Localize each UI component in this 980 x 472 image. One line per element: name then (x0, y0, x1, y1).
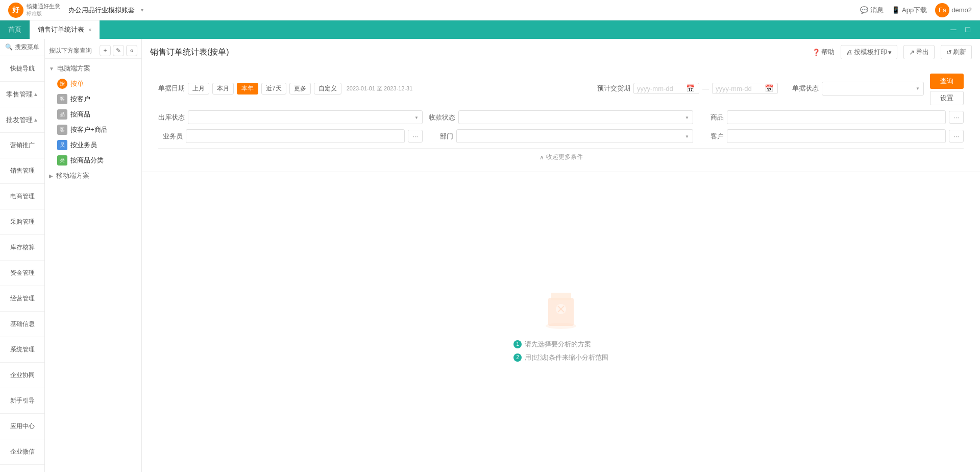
sidebar-item-inventory[interactable]: 库存核算 (0, 235, 44, 261)
cal-from-icon[interactable]: 📅 (686, 84, 695, 92)
date-range-text: 2023-01-01 至 2023-12-31 (347, 85, 413, 92)
date-btn-more[interactable]: 更多 (289, 83, 311, 95)
refresh-icon: ↺ (946, 49, 952, 56)
maximize-tab-btn[interactable]: □ (962, 23, 974, 36)
out-status-select[interactable] (188, 110, 423, 124)
empty-icon (535, 282, 586, 334)
sidebar-item-shortcut[interactable]: 快捷导航 (0, 56, 44, 82)
out-status-label: 出库状态 (158, 113, 185, 122)
tree-item-by-customer[interactable]: 客 按客户 (53, 91, 141, 107)
top-bar-right: 💬 消息 📱 App下载 Ea demo2 (860, 3, 972, 17)
sidebar-item-system[interactable]: 系统管理 (0, 337, 44, 363)
receipt-status-select[interactable] (458, 110, 693, 124)
cal-to-icon[interactable]: 📅 (765, 84, 773, 92)
filter-area: 单据日期 上月 本月 本年 近7天 更多 自定义 2023-01-01 至 20… (150, 65, 972, 172)
tree-item-by-goods[interactable]: 品 按商品 (53, 107, 141, 122)
app-download-btn[interactable]: 📱 App下载 (892, 6, 927, 15)
search-menu-item[interactable]: 🔍 搜索菜单 (0, 39, 44, 56)
sidebar-item-retail[interactable]: 零售管理 ▲ (0, 82, 44, 107)
tree-pc-items: 按 按单 客 按客户 品 按商品 客 按客户+商品 员 按业务员 类 按商品分类 (45, 76, 141, 168)
sidebar-item-finance[interactable]: 资金管理 (0, 261, 44, 286)
by-category-icon: 类 (57, 155, 67, 166)
date-btn-this-month[interactable]: 本月 (212, 83, 234, 95)
tree-expand-icon: ▼ (49, 66, 54, 72)
sidebar-item-member[interactable]: 畅会员 (0, 465, 44, 472)
tab-close-icon[interactable]: × (88, 27, 91, 33)
panel-collapse-btn[interactable]: « (126, 45, 137, 56)
salesperson-input[interactable] (186, 129, 405, 143)
nav-tabs: 首页 销售订单统计表 × ─ □ (0, 20, 980, 39)
salesperson-label: 业务员 (158, 132, 183, 141)
tree-item-by-salesperson[interactable]: 员 按业务员 (53, 137, 141, 153)
sidebar-item-operations[interactable]: 经营管理 (0, 286, 44, 312)
content-area: 销售订单统计表(按单) ❓ 帮助 🖨 按模板打印 ▾ ↗ 导出 (142, 39, 980, 472)
app-title-dropdown[interactable]: ▾ (141, 7, 143, 13)
dept-select[interactable] (456, 129, 693, 143)
refresh-btn[interactable]: ↺ 刷新 (941, 45, 972, 59)
sidebar: 🔍 搜索菜单 快捷导航 零售管理 ▲ 批发管理 ▲ 营销推广 销售管理 电商管理… (0, 39, 45, 472)
date-btn-last7days[interactable]: 近7天 (261, 83, 286, 95)
status-select[interactable] (822, 82, 924, 96)
query-btn[interactable]: 查询 (930, 74, 964, 89)
svg-rect-2 (551, 293, 571, 300)
empty-tip-1: 1 请先选择要分析的方案 (513, 340, 608, 349)
status-filter-cell: 单据状态 (792, 82, 924, 96)
receipt-status-cell: 收款状态 (429, 110, 693, 124)
goods-input[interactable] (727, 110, 946, 124)
template-print-btn[interactable]: 🖨 按模板打印 ▾ (841, 45, 897, 59)
salesperson-more-btn[interactable]: ··· (408, 130, 423, 143)
panel-add-btn[interactable]: + (100, 45, 111, 56)
settings-btn[interactable]: 设置 (930, 91, 964, 105)
collapse-bar[interactable]: ∧ 收起更多条件 (158, 148, 964, 166)
filter-row-3: 业务员 ··· 部门 客户 ··· (158, 129, 964, 143)
export-btn[interactable]: ↗ 导出 (903, 45, 935, 59)
user-profile-btn[interactable]: Ea demo2 (935, 3, 972, 17)
date-filter-label: 单据日期 (158, 84, 185, 93)
out-status-select-wrap (188, 110, 423, 124)
expected-date-to: 📅 (712, 83, 778, 94)
sidebar-item-ecommerce[interactable]: 电商管理 (0, 184, 44, 209)
tree-item-by-customer-goods[interactable]: 客 按客户+商品 (53, 122, 141, 137)
nav-tab-actions: ─ □ (941, 23, 980, 36)
date-btn-custom[interactable]: 自定义 (314, 83, 341, 95)
customer-more-btn[interactable]: ··· (949, 130, 964, 143)
tree-item-by-category[interactable]: 类 按商品分类 (53, 153, 141, 168)
expected-date-cell: 预计交货期 📅 — 📅 (597, 83, 778, 94)
sidebar-item-wholesale[interactable]: 批发管理 ▲ (0, 107, 44, 133)
receipt-status-label: 收款状态 (429, 113, 455, 122)
wholesale-arrow-icon: ▲ (33, 117, 38, 123)
tree-group-pc[interactable]: ▼ 电脑端方案 (45, 61, 141, 76)
empty-tips: 1 请先选择要分析的方案 2 用[过滤]条件来缩小分析范围 (513, 340, 608, 362)
avatar: Ea (935, 3, 949, 17)
expected-date-from: 📅 (633, 83, 699, 94)
help-btn[interactable]: ❓ 帮助 (812, 48, 835, 57)
status-select-wrapper (822, 82, 924, 96)
date-btn-this-year[interactable]: 本年 (237, 83, 258, 95)
logo-sub: 标准版 (27, 10, 60, 17)
by-salesperson-icon: 员 (57, 140, 67, 150)
panel-toolbar: 按以下方案查询 + ✎ « (45, 43, 141, 59)
sidebar-item-enterprise[interactable]: 企业协同 (0, 363, 44, 388)
tab-sales-order-stat[interactable]: 销售订单统计表 × (30, 20, 100, 39)
dept-label: 部门 (429, 132, 453, 141)
minimize-tab-btn[interactable]: ─ (947, 23, 960, 36)
expected-date-from-input[interactable] (637, 85, 683, 92)
customer-label: 客户 (699, 132, 724, 141)
date-btn-last-month[interactable]: 上月 (188, 83, 209, 95)
tree-group-mobile[interactable]: ▶ 移动端方案 (45, 168, 141, 183)
sidebar-item-app-center[interactable]: 应用中心 (0, 414, 44, 439)
sidebar-item-new-guide[interactable]: 新手引导 (0, 388, 44, 414)
tip-num-2: 2 (513, 353, 522, 362)
message-btn[interactable]: 💬 消息 (860, 6, 884, 15)
goods-more-btn[interactable]: ··· (949, 111, 964, 124)
sidebar-item-wechat[interactable]: 企业微信 (0, 439, 44, 465)
sidebar-item-basic-info[interactable]: 基础信息 (0, 312, 44, 337)
sidebar-item-purchase[interactable]: 采购管理 (0, 209, 44, 235)
panel-edit-btn[interactable]: ✎ (113, 45, 124, 56)
sidebar-item-sales[interactable]: 销售管理 (0, 158, 44, 184)
expected-date-to-input[interactable] (716, 85, 762, 92)
sidebar-item-marketing[interactable]: 营销推广 (0, 133, 44, 158)
customer-input[interactable] (727, 129, 946, 143)
tab-home[interactable]: 首页 (0, 20, 30, 39)
tree-item-by-order[interactable]: 按 按单 (53, 76, 141, 91)
